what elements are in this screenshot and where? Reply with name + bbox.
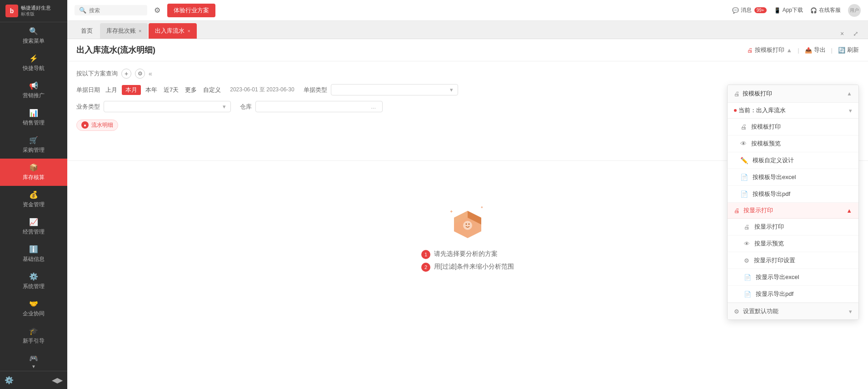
user-avatar[interactable]: 用户 bbox=[848, 4, 861, 17]
sidebar-item-finance[interactable]: 💰 资金管理 bbox=[0, 186, 67, 213]
template-print-icon: 🖨 bbox=[740, 123, 747, 130]
display-pdf-label: 按显示导出pdf bbox=[756, 290, 793, 298]
filter-add-button[interactable]: + bbox=[121, 69, 131, 79]
topbar-gear-icon[interactable]: ⚙ bbox=[151, 4, 164, 17]
topbar: 🔍 ⚙ 体验行业方案 💬 消息 99+ 📱 App下载 🎧 在线客服 用户 bbox=[67, 0, 868, 21]
service-icon: 🎧 bbox=[810, 7, 817, 14]
sidebar-item-search[interactable]: 🔍 搜索菜单 bbox=[0, 22, 67, 50]
dropdown-item-display-preview[interactable]: 👁 按显示预览 bbox=[728, 235, 858, 252]
doc-type-select[interactable]: ▾ bbox=[331, 84, 458, 95]
dropdown-item-display-print[interactable]: 🖨 按显示打印 bbox=[728, 219, 858, 235]
empty-illustration: ✦ ✦ bbox=[445, 197, 490, 243]
dropdown-item-display-excel[interactable]: 📄 按显示导出excel bbox=[728, 269, 858, 286]
date-option-thisyear[interactable]: 本年 bbox=[144, 85, 159, 95]
sidebar-item-label: 采购管理 bbox=[23, 146, 45, 154]
sidebar-item-quicknav[interactable]: ⚡ 快捷导航 bbox=[0, 50, 67, 77]
tab-batch-close-icon[interactable]: × bbox=[139, 28, 141, 34]
sidebar-item-system[interactable]: ⚙️ 系统管理 bbox=[0, 268, 67, 295]
dropdown-up-arrow-icon[interactable]: ▲ bbox=[847, 90, 852, 97]
filter-section-label: 按以下方案查询 bbox=[76, 70, 118, 78]
export-icon: 📤 bbox=[805, 47, 812, 54]
print-button[interactable]: 🖨 按模板打印 ▲ bbox=[747, 46, 792, 54]
date-option-thismonth[interactable]: 本月 bbox=[122, 85, 141, 95]
sidebar-menu: 🔍 搜索菜单 ⚡ 快捷导航 📢 营销推广 📊 销售管理 🛒 采购管理 📦 库存核… bbox=[0, 22, 67, 362]
sidebar-bottom: ⚙️ ◀▶ bbox=[0, 371, 67, 389]
online-service-label: 在线客服 bbox=[819, 6, 841, 14]
sidebar-item-marketing[interactable]: 📢 营销推广 bbox=[0, 77, 67, 104]
dropdown-template-section: 🖨 按模板打印 👁 按模板预览 ✏️ 模板自定义设计 📄 按模板导出excel … bbox=[728, 119, 858, 203]
sidebar-item-guide[interactable]: 🎓 新手引导 bbox=[0, 322, 67, 349]
date-option-custom[interactable]: 自定义 bbox=[201, 85, 223, 95]
step1-number: 1 bbox=[421, 250, 430, 259]
dropdown-item-template-pdf[interactable]: 📄 按模板导出pdf bbox=[728, 186, 858, 203]
display-excel-icon: 📄 bbox=[744, 274, 751, 281]
search-icon: 🔍 bbox=[29, 27, 38, 35]
app-download-item[interactable]: 📱 App下载 bbox=[774, 6, 803, 14]
display-preview-label: 按显示预览 bbox=[754, 239, 784, 248]
topbar-left: 🔍 ⚙ 体验行业方案 bbox=[75, 4, 727, 17]
expand-window-button[interactable]: ⤢ bbox=[851, 29, 861, 39]
sidebar-item-sales[interactable]: 📊 销售管理 bbox=[0, 104, 67, 131]
dropdown-item-template-preview[interactable]: 👁 按模板预览 bbox=[728, 135, 858, 152]
dropdown-item-template-custom[interactable]: ✏️ 模板自定义设计 bbox=[728, 152, 858, 169]
tab-flow-close-icon[interactable]: × bbox=[187, 28, 190, 34]
template-pdf-icon: 📄 bbox=[740, 190, 748, 198]
sidebar-item-appcenter[interactable]: 🎮 应用中心 bbox=[0, 349, 67, 362]
sidebar-item-label: 库存核算 bbox=[23, 174, 45, 181]
filter-settings-icon: ⚙ bbox=[138, 70, 143, 77]
dropdown-display-section-header[interactable]: 🖨 按显示打印 ▲ bbox=[728, 203, 858, 219]
guide-icon: 🎓 bbox=[29, 327, 38, 335]
doc-type-arrow-icon: ▾ bbox=[450, 86, 453, 93]
template-excel-label: 按模板导出excel bbox=[753, 173, 796, 181]
sidebar-item-label: 资金管理 bbox=[23, 201, 45, 209]
search-input[interactable] bbox=[89, 7, 143, 14]
filter-tag: ● 流水明细 bbox=[76, 120, 118, 131]
dropdown-item-template-print[interactable]: 🖨 按模板打印 bbox=[728, 119, 858, 135]
business-type-select[interactable]: ▾ bbox=[104, 101, 231, 112]
message-item[interactable]: 💬 消息 99+ bbox=[732, 6, 767, 14]
sidebar-item-cooperation[interactable]: 🤝 企业协同 bbox=[0, 295, 67, 322]
filter-settings-button[interactable]: ⚙ bbox=[135, 69, 145, 79]
current-selection-row: 当前：出入库流水 ▾ bbox=[728, 103, 858, 119]
sidebar-scroll-down[interactable]: ▼ bbox=[0, 362, 67, 371]
logo-title: 畅捷通好生意 bbox=[21, 5, 51, 11]
empty-steps: 1 请先选择要分析的方案 2 用[过滤]条件来缩小分析范围 bbox=[421, 250, 514, 272]
dropdown-item-template-excel[interactable]: 📄 按模板导出excel bbox=[728, 169, 858, 186]
date-option-more[interactable]: 更多 bbox=[183, 85, 199, 95]
trial-button[interactable]: 体验行业方案 bbox=[167, 4, 215, 17]
template-preview-icon: 👁 bbox=[740, 140, 747, 147]
sidebar-item-operations[interactable]: 📈 经营管理 bbox=[0, 213, 67, 240]
date-option-7days[interactable]: 近7天 bbox=[162, 85, 180, 95]
sidebar-item-label: 新手引导 bbox=[23, 337, 45, 345]
tab-flow[interactable]: 出入库流水 × bbox=[149, 23, 196, 39]
refresh-button[interactable]: 🔄 刷新 bbox=[838, 46, 859, 54]
dropdown-item-display-settings[interactable]: ⚙ 按显示打印设置 bbox=[728, 252, 858, 269]
sidebar-settings-icon[interactable]: ⚙️ bbox=[5, 376, 14, 384]
sidebar-item-inventory[interactable]: 📦 库存核算 bbox=[0, 159, 67, 186]
footer-settings-icon: ⚙ bbox=[734, 308, 739, 315]
close-window-button[interactable]: × bbox=[837, 29, 847, 39]
sidebar-item-basic[interactable]: ℹ️ 基础信息 bbox=[0, 240, 67, 268]
empty-step-2: 2 用[过滤]条件来缩小分析范围 bbox=[421, 263, 514, 272]
warehouse-select[interactable]: ... bbox=[255, 101, 383, 112]
warehouse-dots: ... bbox=[371, 103, 376, 110]
current-arrow-icon[interactable]: ▾ bbox=[849, 107, 852, 114]
refresh-icon: 🔄 bbox=[838, 47, 845, 54]
dropdown-header-title: 🖨 按模板打印 bbox=[734, 90, 772, 98]
template-excel-icon: 📄 bbox=[740, 174, 748, 181]
sidebar-collapse-icon[interactable]: ◀▶ bbox=[52, 376, 63, 384]
purchase-icon: 🛒 bbox=[29, 136, 38, 145]
export-button[interactable]: 📤 导出 bbox=[805, 46, 826, 54]
sidebar-item-label: 搜索菜单 bbox=[23, 37, 45, 45]
filter-collapse-button[interactable]: « bbox=[149, 70, 152, 77]
dropdown-footer[interactable]: ⚙ 设置默认功能 ▾ bbox=[728, 303, 858, 319]
sidebar-item-purchase[interactable]: 🛒 采购管理 bbox=[0, 131, 67, 159]
template-custom-label: 模板自定义设计 bbox=[753, 156, 794, 165]
sidebar: b 畅捷通好生意 标准版 🔍 搜索菜单 ⚡ 快捷导航 📢 营销推广 📊 销售管理… bbox=[0, 0, 67, 389]
online-service-item[interactable]: 🎧 在线客服 bbox=[810, 6, 841, 14]
date-option-lastmonth[interactable]: 上月 bbox=[104, 85, 119, 95]
tab-home[interactable]: 首页 bbox=[75, 23, 99, 39]
dropdown-item-display-pdf[interactable]: 📄 按显示导出pdf bbox=[728, 286, 858, 303]
tab-batch[interactable]: 库存批次账 × bbox=[100, 23, 148, 39]
filter-top: 按以下方案查询 + ⚙ « bbox=[76, 69, 859, 79]
